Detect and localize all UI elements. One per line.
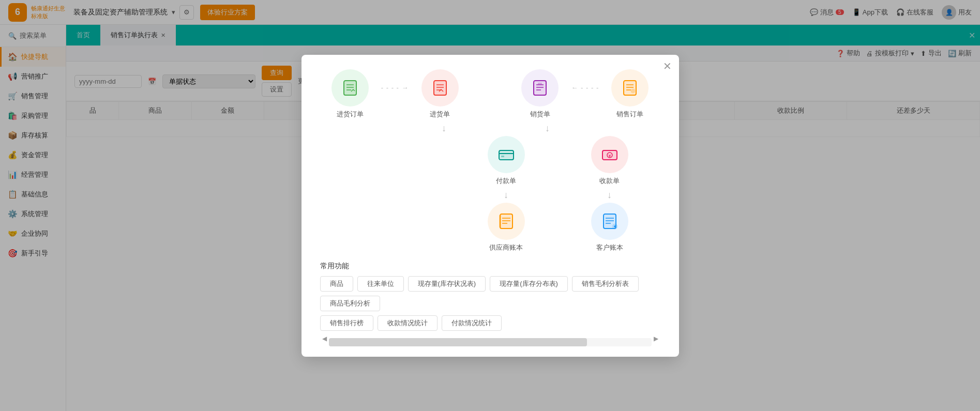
modal-close-button[interactable]: ✕ <box>663 60 672 72</box>
arrow-purchase-order-to-purchase: - - - - → <box>380 84 410 92</box>
flow-diagram: 进货订单 - - - - → 进货单 <box>320 69 660 256</box>
supplier-ledger-label: 供应商账本 <box>489 243 523 252</box>
modal-scrollbar-row: ◀ ▶ <box>320 331 660 346</box>
payment-circle <box>488 136 525 173</box>
scroll-right-arrow[interactable]: ▶ <box>652 335 660 342</box>
modal-scrollbar[interactable] <box>329 338 652 346</box>
svg-point-21 <box>631 89 635 93</box>
func-btn-stock-status[interactable]: 现存量(库存状况表) <box>408 276 486 292</box>
flow-modal: ✕ 进货订单 - - - - → 进货单 <box>301 55 679 357</box>
receipt-label: 收款单 <box>599 176 620 186</box>
flow-row-1: 进货订单 - - - - → 进货单 <box>320 69 660 119</box>
func-btn-stock-dist[interactable]: 现存量(库存分布表) <box>490 276 568 292</box>
down-arrow-sales: ↓ <box>517 123 579 134</box>
flow-row-3: 供应商账本 客户账本 <box>320 203 660 252</box>
func-buttons-row-1: 商品 往来单位 现存量(库存状况表) 现存量(库存分布表) 销售毛利分析表 商品… <box>320 276 660 311</box>
payment-label: 付款单 <box>496 176 516 186</box>
func-btn-goods-profit[interactable]: 商品毛利分析 <box>320 296 380 311</box>
flow-node-payment[interactable]: 付款单 <box>475 136 537 186</box>
func-btn-payment-stats[interactable]: 付款情况统计 <box>442 315 502 331</box>
common-funcs-section: 常用功能 商品 往来单位 现存量(库存状况表) 现存量(库存分布表) 销售毛利分… <box>320 262 660 331</box>
func-btn-goods[interactable]: 商品 <box>320 276 353 292</box>
flow-node-purchase[interactable]: 进货单 <box>410 69 470 119</box>
down-arrow-receipt: ↓ <box>579 190 641 201</box>
purchase-order-circle <box>331 69 369 106</box>
down-arrow-payment: ↓ <box>475 190 537 201</box>
func-buttons-row-2: 销售排行榜 收款情况统计 付款情况统计 <box>320 315 660 331</box>
modal-overlay[interactable]: ✕ 进货订单 - - - - → 进货单 <box>0 0 980 411</box>
svg-rect-15 <box>538 83 542 85</box>
flow-node-receipt[interactable]: ¥ 收款单 <box>579 136 641 186</box>
flow-node-customer-ledger[interactable]: 客户账本 <box>579 203 641 252</box>
svg-rect-0 <box>344 81 356 95</box>
purchase-label: 进货单 <box>430 110 450 119</box>
down-arrows-row: ↓ ↓ <box>320 123 660 134</box>
svg-rect-35 <box>499 215 501 227</box>
flow-node-sales-order[interactable]: 销售订单 <box>600 69 660 119</box>
func-btn-sales-rank[interactable]: 销售排行榜 <box>320 315 373 331</box>
customer-ledger-circle <box>591 203 628 240</box>
supplier-ledger-circle <box>488 203 525 240</box>
flow-row-2: 付款单 ¥ 收款单 <box>320 136 660 186</box>
svg-rect-22 <box>499 150 514 160</box>
flow-node-supplier-ledger[interactable]: 供应商账本 <box>475 203 537 252</box>
scroll-left-arrow[interactable]: ◀ <box>320 335 329 342</box>
down-arrow-purchase: ↓ <box>413 123 475 134</box>
customer-ledger-label: 客户账本 <box>596 243 623 252</box>
func-btn-partner[interactable]: 往来单位 <box>357 276 404 292</box>
func-btn-receipt-stats[interactable]: 收款情况统计 <box>378 315 438 331</box>
common-funcs-title: 常用功能 <box>320 262 660 271</box>
svg-rect-30 <box>500 214 512 229</box>
svg-text:¥: ¥ <box>608 154 611 158</box>
receipt-circle: ¥ <box>591 136 628 173</box>
down-arrows-row-2: ↓ ↓ <box>320 190 660 201</box>
purchase-order-label: 进货订单 <box>337 110 364 119</box>
sales-label: 销货单 <box>530 110 550 119</box>
svg-rect-25 <box>501 156 504 157</box>
arrow-sales-order-to-sales: ← - - - - <box>570 84 600 92</box>
purchase-circle <box>421 69 459 106</box>
sales-circle <box>521 69 559 106</box>
func-btn-sales-profit[interactable]: 销售毛利分析表 <box>572 276 639 292</box>
sales-order-label: 销售订单 <box>616 110 643 119</box>
flow-node-sales[interactable]: 销货单 <box>510 69 570 119</box>
modal-scrollbar-thumb <box>329 338 587 346</box>
svg-rect-5 <box>434 81 446 95</box>
sales-order-circle <box>611 69 649 106</box>
flow-node-purchase-order[interactable]: 进货订单 <box>320 69 380 119</box>
